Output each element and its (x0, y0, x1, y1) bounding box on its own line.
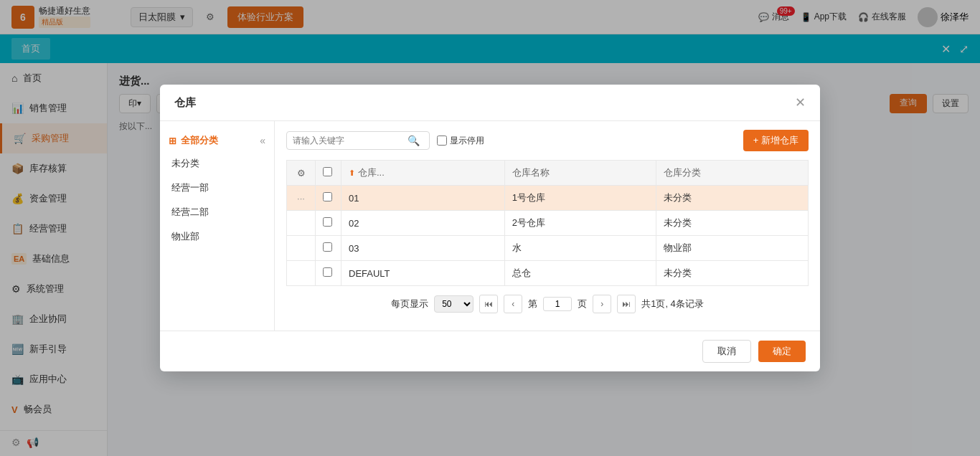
table-row[interactable]: ··· 01 1号仓库 未分类 (287, 186, 809, 211)
show-disabled-label[interactable]: 显示停用 (437, 135, 484, 147)
modal-title: 仓库 (174, 96, 196, 110)
row-num-1: 01 (341, 186, 505, 211)
page-suffix: 页 (578, 298, 587, 310)
col-category-label: 仓库分类 (664, 167, 701, 178)
pagination: 每页显示 50 20 100 ⏮ ‹ 第 页 › ⏭ 共1页, 4条记录 (286, 286, 809, 322)
row-num-4: DEFAULT (341, 261, 505, 286)
category-item-op2[interactable]: 经营二部 (160, 200, 274, 224)
col-check (316, 161, 341, 186)
row-category-1: 未分类 (656, 186, 809, 211)
row-category-4: 未分类 (656, 261, 809, 286)
row-num-2: 02 (341, 211, 505, 236)
page-input[interactable] (543, 297, 572, 311)
all-category-text: 全部分类 (181, 134, 218, 147)
last-page-button[interactable]: ⏭ (617, 295, 636, 313)
prev-page-button[interactable]: ‹ (504, 295, 522, 313)
table-container: ⚙ ⬆仓库... 仓库名称 仓库分类 ··· (286, 160, 809, 286)
table-row[interactable]: DEFAULT 总仓 未分类 (287, 261, 809, 286)
row-name-3: 水 (504, 236, 656, 261)
collapse-category-button[interactable]: « (260, 135, 265, 146)
table-body: ··· 01 1号仓库 未分类 02 2号仓 (287, 186, 809, 286)
next-page-button[interactable]: › (593, 295, 611, 313)
modal-footer: 取消 确定 (160, 331, 820, 371)
table-panel: 🔍 显示停用 + 新增仓库 ⚙ (275, 121, 820, 331)
category-all-item[interactable]: ⊞ 全部分类 « (160, 130, 274, 151)
category-panel: ⊞ 全部分类 « 未分类 经营一部 经营二部 物业部 (160, 121, 275, 331)
row-check-1[interactable] (316, 186, 341, 211)
category-all-label: ⊞ 全部分类 (169, 134, 218, 147)
grid-icon: ⊞ (169, 136, 176, 146)
row-check-2[interactable] (316, 211, 341, 236)
confirm-button[interactable]: 确定 (758, 341, 806, 362)
first-page-button[interactable]: ⏮ (479, 295, 498, 313)
row-check-3[interactable] (316, 236, 341, 261)
cancel-button[interactable]: 取消 (702, 340, 751, 363)
col-category: 仓库分类 (656, 161, 809, 186)
table-toolbar: 🔍 显示停用 + 新增仓库 (286, 130, 809, 151)
sort-icon: ⬆ (349, 168, 355, 177)
row-name-4: 总仓 (504, 261, 656, 286)
row-gear-4 (287, 261, 316, 286)
col-code[interactable]: ⬆仓库... (341, 161, 505, 186)
row-category-2: 未分类 (656, 211, 809, 236)
row-check-4[interactable] (316, 261, 341, 286)
table-head: ⚙ ⬆仓库... 仓库名称 仓库分类 (287, 161, 809, 186)
row-gear-1: ··· (287, 186, 316, 211)
per-page-label: 每页显示 (391, 298, 428, 310)
row-name-1: 1号仓库 (504, 186, 656, 211)
table-row[interactable]: 02 2号仓库 未分类 (287, 211, 809, 236)
add-warehouse-button[interactable]: + 新增仓库 (743, 130, 809, 151)
modal-overlay: 仓库 ✕ ⊞ 全部分类 « 未分类 经营一部 经营二部 物业部 (0, 0, 980, 456)
show-disabled-checkbox[interactable] (437, 136, 447, 146)
category-item-op1[interactable]: 经营一部 (160, 176, 274, 200)
search-box: 🔍 (286, 131, 430, 150)
row-name-2: 2号仓库 (504, 211, 656, 236)
warehouse-modal: 仓库 ✕ ⊞ 全部分类 « 未分类 经营一部 经营二部 物业部 (160, 85, 820, 371)
row-gear-3 (287, 236, 316, 261)
total-info: 共1页, 4条记录 (641, 298, 704, 310)
category-item-property[interactable]: 物业部 (160, 224, 274, 249)
select-all-checkbox[interactable] (323, 167, 332, 176)
row-actions-1[interactable]: ··· (297, 193, 305, 204)
per-page-select[interactable]: 50 20 100 (434, 295, 473, 313)
show-disabled-text: 显示停用 (450, 135, 484, 147)
modal-header: 仓库 ✕ (160, 85, 820, 121)
search-input[interactable] (293, 136, 407, 146)
row-category-3: 物业部 (656, 236, 809, 261)
table-row[interactable]: 03 水 物业部 (287, 236, 809, 261)
modal-close-button[interactable]: ✕ (795, 95, 806, 110)
col-gear: ⚙ (287, 161, 316, 186)
search-icon: 🔍 (407, 135, 420, 146)
warehouse-table: ⚙ ⬆仓库... 仓库名称 仓库分类 ··· (286, 160, 809, 286)
col-name: 仓库名称 (504, 161, 656, 186)
row-num-3: 03 (341, 236, 505, 261)
modal-body: ⊞ 全部分类 « 未分类 经营一部 经营二部 物业部 🔍 (160, 121, 820, 331)
col-name-label: 仓库名称 (512, 167, 550, 178)
page-label: 第 (528, 298, 537, 310)
category-item-unclassified[interactable]: 未分类 (160, 151, 274, 176)
row-gear-2 (287, 211, 316, 236)
col-code-label: 仓库... (358, 167, 385, 178)
